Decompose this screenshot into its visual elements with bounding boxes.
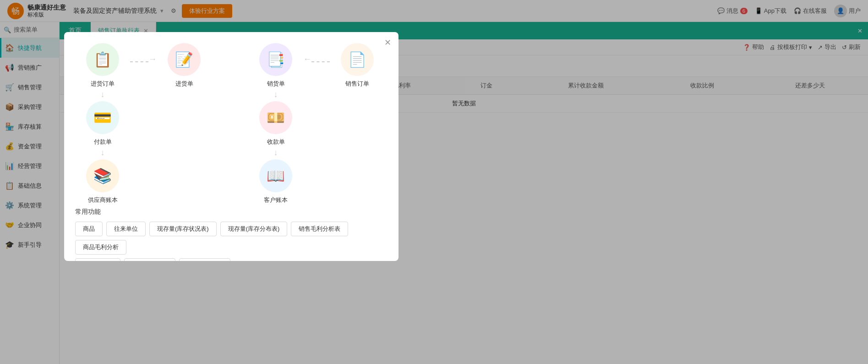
- sales-order-circle: 📄: [341, 43, 374, 76]
- receipt-circle: 💴: [259, 101, 292, 134]
- func-btn-sales-profit[interactable]: 销售毛利分析表: [291, 222, 348, 236]
- sales-order-column: 📄 销售订单: [330, 43, 385, 88]
- purchase-row: 📋 进货订单: [75, 43, 130, 88]
- func-btn-stock-dist[interactable]: 现存量(库存分布表): [220, 222, 288, 236]
- arrow-down-3: ↓: [259, 88, 292, 101]
- sales-bill-circle: 📑: [259, 43, 292, 76]
- func-btn-receipt-stat[interactable]: 收款情况统计: [124, 258, 175, 261]
- h-arrow-2: ←: [303, 43, 330, 64]
- purchase-bill-circle: 📝: [168, 43, 201, 76]
- h-arrow-1: →: [130, 43, 157, 64]
- flow-node-sales-order[interactable]: 📄 销售订单: [330, 43, 385, 88]
- arrow-down-2: ↓: [86, 146, 119, 159]
- flow-node-sales-bill[interactable]: 📑 销货单: [248, 43, 303, 88]
- flow-node-purchase-bill[interactable]: 📝 进货单: [157, 43, 212, 88]
- func-btn-product[interactable]: 商品: [75, 222, 103, 236]
- section-title: 常用功能: [75, 208, 388, 216]
- supplier-circle: 📚: [86, 159, 119, 192]
- common-functions-section: 常用功能 商品 往来单位 现存量(库存状况表) 现存量(库存分布表) 销售毛利分…: [75, 208, 388, 261]
- func-btn-payment-stat[interactable]: 付款情况统计: [179, 258, 230, 261]
- sales-bill-column: 📑 销货单 ↓ 💴 收款单 ↓ 📖 客户账本: [248, 43, 303, 204]
- flow-node-purchase-order[interactable]: 📋 进货订单: [75, 43, 130, 88]
- func-btn-sales-rank[interactable]: 销售排行榜: [75, 258, 120, 261]
- func-btn-partner[interactable]: 往来单位: [106, 222, 146, 236]
- flow-node-customer-ledger[interactable]: 📖 客户账本: [248, 159, 303, 204]
- flow-node-supplier-ledger[interactable]: 📚 供应商账本: [75, 159, 130, 204]
- func-btn-stock-status[interactable]: 现存量(库存状况表): [149, 222, 217, 236]
- purchase-bill-column: 📝 进货单: [157, 43, 212, 88]
- func-btn-product-profit[interactable]: 商品毛利分析: [75, 240, 126, 255]
- customer-circle: 📖: [259, 159, 292, 192]
- arrow-down-1: ↓: [86, 88, 119, 101]
- left-column: 📋 进货订单 ↓ 💳 付款单 ↓ 📚 供应商账本: [75, 43, 130, 204]
- flow-node-payment-bill[interactable]: 💳 付款单: [75, 101, 130, 146]
- function-grid-2: 销售排行榜 收款情况统计 付款情况统计: [75, 258, 388, 261]
- arrow-down-4: ↓: [259, 146, 292, 159]
- payment-circle: 💳: [86, 101, 119, 134]
- flow-node-receipt-bill[interactable]: 💴 收款单: [248, 101, 303, 146]
- function-grid-1: 商品 往来单位 现存量(库存状况表) 现存量(库存分布表) 销售毛利分析表 商品…: [75, 222, 388, 255]
- modal-overlay[interactable]: ✕ 📋 进货订单 ↓ 💳 付款单 ↓: [0, 0, 868, 364]
- flow-diagram: 📋 进货订单 ↓ 💳 付款单 ↓ 📚 供应商账本: [75, 43, 388, 204]
- purchase-order-circle: 📋: [86, 43, 119, 76]
- modal-close-icon[interactable]: ✕: [384, 38, 391, 48]
- quick-nav-modal: ✕ 📋 进货订单 ↓ 💳 付款单 ↓: [64, 32, 399, 261]
